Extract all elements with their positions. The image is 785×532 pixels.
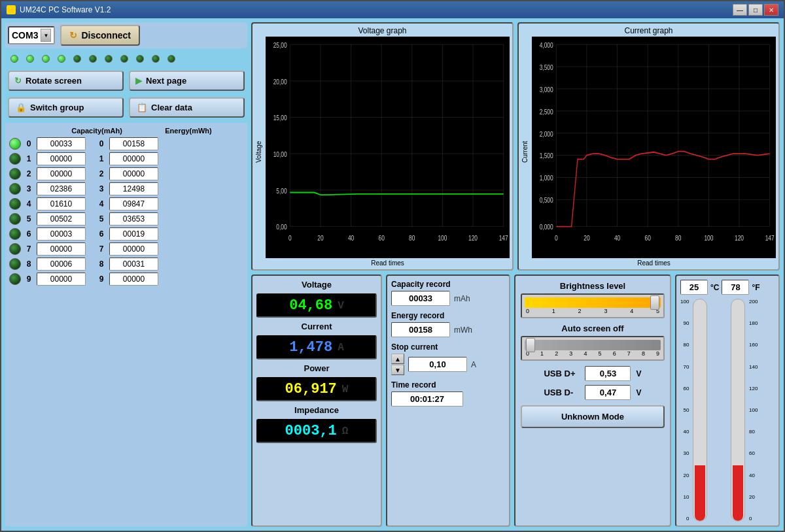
svg-text:25,00: 25,00 <box>273 41 288 49</box>
time-record: Time record 00:01:27 <box>391 380 505 407</box>
svg-text:100: 100 <box>438 234 447 242</box>
celsius-thermo-fill <box>695 465 705 521</box>
rotate-screen-button[interactable]: ↻ Rotate screen <box>8 71 124 91</box>
svg-text:0: 0 <box>288 234 292 242</box>
voltage-x-label: Read times <box>266 259 510 267</box>
indicator-8 <box>136 55 144 63</box>
capacity-record-value: 00033 <box>391 291 450 306</box>
clear-label: Clear data <box>151 103 192 112</box>
table-row: 2 00000 2 00000 <box>9 167 243 180</box>
time-record-label: Time record <box>391 380 505 390</box>
row-5-capacity: 00502 <box>37 212 86 225</box>
right-area: Voltage graph Voltage <box>251 22 780 527</box>
disconnect-button[interactable]: ↻ Disconnect <box>60 25 139 46</box>
table-row: 7 00000 7 00000 <box>9 242 243 256</box>
stop-current-row: ▲ ▼ 0,10 A <box>391 354 505 375</box>
brightness-section: Brightness level 0 1 2 3 4 5 <box>521 281 665 318</box>
capacity-record-unit: mAh <box>454 294 470 303</box>
switch-icon: 🔒 <box>16 103 26 112</box>
voltage-graph-inner: Voltage <box>255 37 510 267</box>
row-8-capacity: 00006 <box>37 258 86 271</box>
svg-text:100: 100 <box>704 234 714 242</box>
row-2-indicator <box>9 168 21 180</box>
usb-section: USB D+ 0,53 V USB D- 0,47 V <box>521 366 665 400</box>
current-value: 1,478 <box>289 339 332 356</box>
row-1-num: 1 <box>24 154 34 163</box>
stop-current-label: Stop current <box>391 342 505 352</box>
brightness-slider[interactable]: 0 1 2 3 4 5 <box>521 293 665 318</box>
fahrenheit-thermo-body <box>731 299 745 522</box>
fahrenheit-scale: 200 180 160 140 120 100 80 60 40 20 0 <box>748 299 758 522</box>
settings-panel: Brightness level 0 1 2 3 4 5 <box>514 274 671 527</box>
stop-current-down[interactable]: ▼ <box>391 365 404 375</box>
row-9-num2: 9 <box>96 274 107 284</box>
next-page-button[interactable]: ▶ Next page <box>129 71 245 91</box>
indicator-3 <box>58 55 65 63</box>
auto-screen-slider[interactable]: 0 1 2 3 4 5 6 7 8 9 <box>521 336 665 361</box>
row-0-indicator <box>9 138 21 150</box>
row-0-capacity: 00033 <box>37 137 86 150</box>
auto-screen-labels: 0 1 2 3 4 5 6 7 8 9 <box>525 350 661 357</box>
current-graph-container: Current graph Current <box>517 22 780 271</box>
fahrenheit-unit: °F <box>752 283 759 292</box>
mode-button[interactable]: Unknown Mode <box>521 405 665 428</box>
indicator-4 <box>73 55 81 63</box>
svg-text:2,500: 2,500 <box>540 108 554 116</box>
usb-dp-label: USB D+ <box>544 369 580 378</box>
table-row: 9 00000 9 00000 <box>9 273 243 286</box>
row-9-energy: 00000 <box>109 273 158 286</box>
auto-screen-track <box>525 340 661 350</box>
com-port-dropdown[interactable]: ▼ <box>41 29 51 42</box>
celsius-thermo-group: 100 90 80 70 60 50 40 30 20 10 0 <box>680 299 724 522</box>
top-controls: COM3 ▼ ↻ Disconnect <box>5 22 247 48</box>
close-button[interactable]: ✕ <box>764 4 778 16</box>
row-4-energy: 09847 <box>109 197 158 210</box>
indicator-2 <box>42 55 50 63</box>
svg-text:20: 20 <box>317 234 324 242</box>
switch-group-button[interactable]: 🔒 Switch group <box>8 97 124 118</box>
svg-text:20,00: 20,00 <box>273 78 288 86</box>
power-display: 06,917 W <box>256 377 377 401</box>
row-8-num2: 8 <box>96 259 107 269</box>
svg-text:3,000: 3,000 <box>540 86 554 93</box>
row-5-num2: 5 <box>96 214 107 224</box>
indicator-5 <box>89 55 97 63</box>
row-5-energy: 03653 <box>109 212 158 225</box>
stop-current-up[interactable]: ▲ <box>391 354 404 364</box>
row-4-num: 4 <box>24 199 34 208</box>
impedance-label: Impedance <box>256 405 377 415</box>
title-bar-buttons: — □ ✕ <box>733 4 778 16</box>
celsius-value: 25 <box>680 280 708 295</box>
time-record-value: 00:01:27 <box>391 391 463 407</box>
row-6-capacity: 00003 <box>37 227 86 241</box>
mode-label: Unknown Mode <box>561 412 624 422</box>
com-port-selector[interactable]: COM3 ▼ <box>8 26 55 44</box>
voltage-graph-container: Voltage graph Voltage <box>251 22 514 271</box>
celsius-thermo-body <box>693 299 707 522</box>
current-label: Current <box>256 322 377 331</box>
next-label: Next page <box>146 76 186 86</box>
usb-dm-row: USB D- 0,47 V <box>521 385 665 400</box>
table-row: 3 02386 3 12498 <box>9 182 243 195</box>
title-bar: ⚡ UM24C PC Software V1.2 — □ ✕ <box>1 1 784 18</box>
current-y-label: Current <box>521 37 532 267</box>
row-7-capacity: 00000 <box>37 242 86 256</box>
svg-text:10,00: 10,00 <box>273 150 288 158</box>
capacity-header: Capacity(mAh) <box>58 127 136 135</box>
app-title: UM24C PC Software V1.2 <box>20 5 111 14</box>
time-record-row: 00:01:27 <box>391 391 505 407</box>
row-1-capacity: 00000 <box>37 152 86 165</box>
maximize-button[interactable]: □ <box>748 4 763 16</box>
brightness-handle[interactable] <box>650 295 659 310</box>
row-2-capacity: 00000 <box>37 167 86 180</box>
minimize-button[interactable]: — <box>733 4 747 16</box>
clear-data-button[interactable]: 📋 Clear data <box>129 97 245 118</box>
current-unit: A <box>338 342 344 354</box>
svg-text:80: 80 <box>409 234 415 242</box>
celsius-unit: °C <box>710 283 719 292</box>
disconnect-label: Disconnect <box>81 30 130 41</box>
row-3-energy: 12498 <box>109 182 158 195</box>
row-4-capacity: 01610 <box>37 197 86 210</box>
energy-header: Energy(mWh) <box>156 127 221 135</box>
auto-screen-handle[interactable] <box>526 338 535 352</box>
